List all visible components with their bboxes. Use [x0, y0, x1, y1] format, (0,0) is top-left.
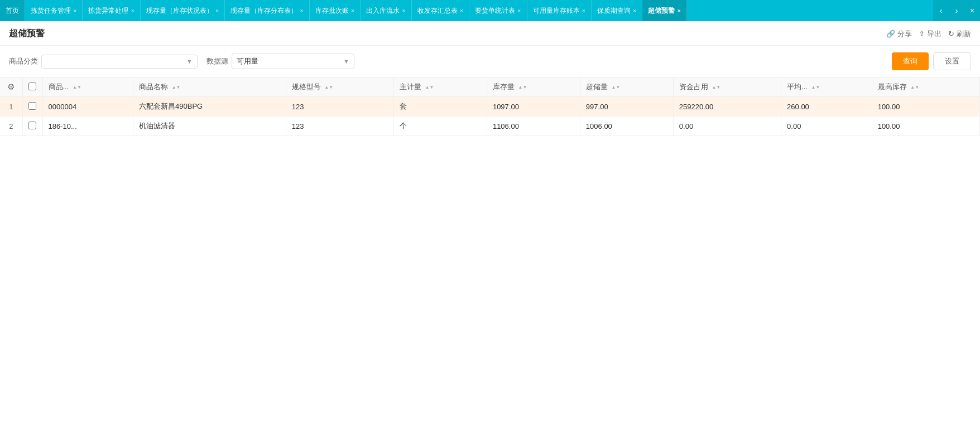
row-checkbox-cell: [22, 97, 42, 117]
sort-icon-3: ▲▼: [425, 85, 434, 90]
datasource-select-value: 可用量: [237, 56, 340, 66]
col-product-code[interactable]: 商品... ▲▼: [42, 77, 133, 97]
nav-tab-5[interactable]: 库存批次账 ×: [310, 0, 361, 21]
nav-tab-8-close[interactable]: ×: [517, 7, 521, 14]
row-stock: 1106.00: [487, 117, 580, 136]
category-filter-group: 商品分类 ▼: [9, 55, 198, 69]
select-all-checkbox[interactable]: [28, 83, 36, 90]
nav-tab-10[interactable]: 保质期查询 ×: [592, 0, 642, 21]
nav-tab-1-close[interactable]: ×: [73, 7, 76, 14]
refresh-button[interactable]: ↻ 刷新: [948, 29, 971, 39]
row-max-stock: 100.00: [872, 97, 979, 117]
nav-tab-9-close[interactable]: ×: [582, 7, 585, 14]
export-label: 导出: [927, 29, 941, 39]
filter-actions: 查询 设置: [892, 52, 971, 70]
nav-tab-9[interactable]: 可用量库存账本 ×: [527, 0, 592, 21]
row-product-name: 六配套新昌490BPG: [133, 97, 286, 117]
export-button[interactable]: ⇪ 导出: [919, 29, 941, 39]
row-product-name: 机油滤清器: [133, 117, 286, 136]
nav-tab-4-label: 现存量（库存分布表）: [230, 6, 297, 16]
share-label: 分享: [897, 29, 912, 39]
sort-icon-1: ▲▼: [172, 85, 181, 90]
gear-icon[interactable]: ⚙: [7, 82, 15, 91]
datasource-chevron-icon: ▼: [343, 58, 349, 65]
col-stock[interactable]: 库存量 ▲▼: [487, 77, 580, 97]
nav-tab-1[interactable]: 拣货任务管理 ×: [25, 0, 83, 21]
nav-arrows: ‹ › ×: [933, 0, 980, 21]
nav-tab-3-close[interactable]: ×: [215, 7, 219, 14]
col-unit[interactable]: 主计量 ▲▼: [393, 77, 487, 97]
nav-arrow-close[interactable]: ×: [964, 0, 980, 21]
nav-tab-5-label: 库存批次账: [315, 6, 349, 16]
row-index: 2: [0, 117, 22, 136]
nav-tab-5-close[interactable]: ×: [351, 7, 354, 14]
row-unit: 个: [393, 117, 487, 136]
page-header: 超储预警 🔗 分享 ⇪ 导出 ↻ 刷新: [0, 21, 980, 46]
nav-tab-6-close[interactable]: ×: [402, 7, 405, 14]
row-product-code: 186-10...: [42, 117, 133, 136]
query-button[interactable]: 查询: [892, 52, 929, 70]
table-checkbox-header: [22, 77, 42, 97]
nav-arrow-right[interactable]: ›: [949, 0, 964, 21]
nav-tab-2-label: 拣货异常处理: [88, 6, 128, 16]
page-content: 超储预警 🔗 分享 ⇪ 导出 ↻ 刷新 商品分类 ▼ 数据源: [0, 21, 980, 446]
datasource-select[interactable]: 可用量 ▼: [232, 54, 354, 69]
datasource-filter-group: 数据源 可用量 ▼: [206, 54, 354, 69]
col-spec[interactable]: 规格型号 ▲▼: [286, 77, 393, 97]
nav-tab-4[interactable]: 现存量（库存分布表） ×: [225, 0, 309, 21]
nav-tab-home-label: 首页: [6, 6, 19, 16]
nav-tab-10-close[interactable]: ×: [633, 7, 636, 14]
nav-tab-3[interactable]: 现存量（库存状况表） ×: [141, 0, 225, 21]
col-product-name[interactable]: 商品名称 ▲▼: [133, 77, 286, 97]
category-select[interactable]: ▼: [41, 55, 198, 69]
nav-tab-7-close[interactable]: ×: [460, 7, 463, 14]
row-max-stock: 100.00: [872, 117, 979, 136]
sort-icon-8: ▲▼: [910, 85, 919, 90]
row-capital: 259220.00: [673, 97, 781, 117]
nav-tab-3-label: 现存量（库存状况表）: [146, 6, 213, 16]
row-overstock: 1006.00: [580, 117, 673, 136]
nav-tab-8-label: 要货单统计表: [475, 6, 515, 16]
nav-tab-8[interactable]: 要货单统计表 ×: [469, 0, 527, 21]
sort-icon-4: ▲▼: [518, 85, 527, 90]
col-average[interactable]: 平均... ▲▼: [781, 77, 872, 97]
nav-tab-4-close[interactable]: ×: [300, 7, 303, 14]
table-row: 1 0000004 六配套新昌490BPG 123 套 1097.00 997.…: [0, 97, 980, 117]
row-checkbox-cell: [22, 117, 42, 136]
row-overstock: 997.00: [580, 97, 673, 117]
category-select-placeholder: [46, 57, 183, 66]
sort-icon-6: ▲▼: [712, 85, 720, 90]
nav-tab-7-label: 收发存汇总表: [417, 6, 458, 16]
export-icon: ⇪: [919, 30, 925, 38]
row-checkbox[interactable]: [28, 122, 36, 129]
share-button[interactable]: 🔗 分享: [886, 29, 912, 39]
row-stock: 1097.00: [487, 97, 580, 117]
row-spec: 123: [286, 117, 393, 136]
row-checkbox[interactable]: [28, 102, 36, 110]
page-title: 超储预警: [9, 28, 45, 40]
header-actions: 🔗 分享 ⇪ 导出 ↻ 刷新: [886, 29, 971, 39]
col-max-stock[interactable]: 最高库存 ▲▼: [872, 77, 979, 97]
nav-tab-6[interactable]: 出入库流水 ×: [361, 0, 411, 21]
row-product-code: 0000004: [42, 97, 133, 117]
col-overstock[interactable]: 超储量 ▲▼: [580, 77, 673, 97]
nav-tab-2[interactable]: 拣货异常处理 ×: [83, 0, 140, 21]
row-unit: 套: [393, 97, 487, 117]
nav-tab-home[interactable]: 首页: [0, 0, 25, 21]
share-icon: 🔗: [886, 30, 895, 38]
data-table: ⚙ 商品... ▲▼ 商品名称 ▲▼ 规格型号 ▲▼: [0, 77, 980, 136]
category-label: 商品分类: [9, 56, 38, 66]
nav-tab-11-close[interactable]: ×: [677, 7, 680, 14]
nav-tab-6-label: 出入库流水: [366, 6, 400, 16]
nav-tab-2-close[interactable]: ×: [131, 7, 134, 14]
nav-tab-7[interactable]: 收发存汇总表 ×: [412, 0, 469, 21]
refresh-icon: ↻: [948, 30, 954, 38]
nav-tab-11[interactable]: 超储预警 ×: [642, 0, 686, 21]
nav-arrow-left[interactable]: ‹: [933, 0, 949, 21]
top-nav: 首页 拣货任务管理 × 拣货异常处理 × 现存量（库存状况表） × 现存量（库存…: [0, 0, 980, 21]
sort-icon-2: ▲▼: [324, 85, 333, 90]
settings-button[interactable]: 设置: [933, 52, 971, 70]
row-average: 260.00: [781, 97, 872, 117]
sort-icon-5: ▲▼: [611, 85, 620, 90]
col-capital[interactable]: 资金占用 ▲▼: [673, 77, 781, 97]
